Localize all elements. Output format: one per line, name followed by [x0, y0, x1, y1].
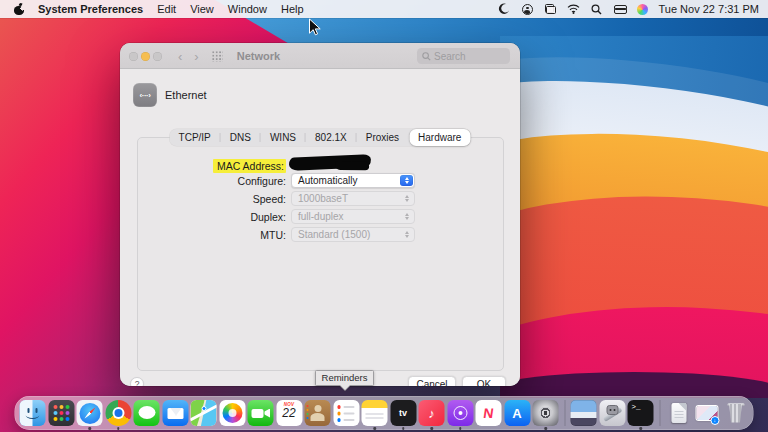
mtu-dropdown: Standard (1500)	[291, 227, 415, 242]
dock-divider	[564, 400, 565, 426]
hardware-sheet: ‹···› Ethernet TCP/IP DNS WINS 802.1X Pr…	[120, 69, 520, 386]
search-icon	[422, 52, 431, 61]
dock-item-finder[interactable]	[20, 400, 46, 426]
menu-bar: System Preferences Edit View Window Help…	[0, 0, 768, 18]
dock-item-chrome[interactable]	[105, 400, 131, 426]
speed-dropdown: 1000baseT	[291, 191, 415, 206]
tab-proxies[interactable]: Proxies	[357, 129, 408, 146]
dock-item-automator[interactable]	[599, 400, 625, 426]
dock-item-messages[interactable]	[134, 400, 160, 426]
speed-row: Speed: 1000baseT	[138, 191, 415, 206]
dock-item-screenshot-file[interactable]: ↓	[694, 400, 720, 426]
displays-icon[interactable]	[544, 3, 557, 16]
mtu-label: MTU:	[138, 229, 291, 241]
help-button[interactable]: ?	[130, 377, 144, 386]
mtu-value: Standard (1500)	[298, 229, 370, 240]
minimize-button[interactable]	[141, 52, 150, 61]
dock-item-trash[interactable]	[723, 400, 749, 426]
duplex-row: Duplex: full-duplex	[138, 209, 415, 224]
do-not-disturb-icon[interactable]	[498, 3, 511, 16]
mac-address-row: MAC Address:	[138, 158, 291, 173]
stepper-icon	[400, 211, 413, 222]
dock-item-terminal[interactable]: >_	[628, 400, 654, 426]
menu-bar-clock[interactable]: Tue Nov 22 7:31 PM	[659, 3, 759, 15]
window-title: Network	[237, 50, 280, 62]
back-icon[interactable]: ‹	[178, 50, 182, 63]
dock-item-reminders[interactable]	[333, 400, 359, 426]
apple-menu-icon[interactable]	[14, 4, 24, 15]
menu-view[interactable]: View	[190, 3, 214, 15]
configure-dropdown[interactable]: Automatically	[291, 173, 415, 188]
ethernet-icon: ‹···›	[133, 83, 157, 107]
wallpaper-band	[500, 372, 768, 398]
stepper-icon	[400, 175, 413, 186]
tab-dns[interactable]: DNS	[221, 129, 260, 146]
menu-edit[interactable]: Edit	[157, 3, 176, 15]
speed-value: 1000baseT	[298, 193, 348, 204]
reminders-tooltip: Reminders	[315, 370, 374, 386]
mac-address-redaction	[289, 154, 371, 171]
dock-item-facetime[interactable]	[248, 400, 274, 426]
menu-window[interactable]: Window	[228, 3, 267, 15]
search-input[interactable]: Search	[417, 48, 510, 64]
dock-item-maps[interactable]	[191, 400, 217, 426]
dock-item-app-store[interactable]: A	[504, 400, 530, 426]
dock-item-safari[interactable]	[77, 400, 103, 426]
stepper-icon	[400, 193, 413, 204]
tab-hardware[interactable]: Hardware	[409, 129, 470, 146]
duplex-label: Duplex:	[138, 211, 291, 223]
configure-row: Configure: Automatically	[138, 173, 415, 188]
search-placeholder: Search	[434, 51, 466, 62]
network-preferences-window: ‹ › Network Search ‹···› Ethernet TCP/IP…	[120, 43, 520, 386]
show-all-grid-icon[interactable]	[211, 50, 223, 62]
dock-item-launchpad[interactable]	[48, 400, 74, 426]
tab-bar: TCP/IP DNS WINS 802.1X Proxies Hardware	[170, 129, 471, 146]
ok-button[interactable]: OK	[462, 376, 506, 386]
dock-item-tv[interactable]: tv	[390, 400, 416, 426]
dock-item-calendar[interactable]: NOV22	[276, 400, 302, 426]
dock-item-document-file[interactable]	[666, 400, 692, 426]
cancel-button[interactable]: Cancel	[408, 376, 456, 386]
dock-item-system-preferences[interactable]	[533, 400, 559, 426]
siri-icon[interactable]	[636, 3, 649, 16]
wifi-icon[interactable]	[567, 3, 580, 16]
dock-item-photos[interactable]	[219, 400, 245, 426]
dock-item-mail[interactable]	[162, 400, 188, 426]
tab-8021x[interactable]: 802.1X	[306, 129, 356, 146]
dock-item-music[interactable]: ♪	[419, 400, 445, 426]
speed-label: Speed:	[138, 193, 291, 205]
dock: NOV22 tv ♪ N A >_ ↓	[15, 396, 754, 430]
menu-help[interactable]: Help	[281, 3, 304, 15]
zoom-button[interactable]	[153, 52, 162, 61]
dock-item-contacts[interactable]	[305, 400, 331, 426]
dock-item-news[interactable]: N	[476, 400, 502, 426]
spotlight-icon[interactable]	[590, 3, 603, 16]
tab-wins[interactable]: WINS	[261, 129, 305, 146]
configure-label: Configure:	[138, 175, 291, 187]
dock-divider	[659, 400, 660, 426]
control-center-icon[interactable]	[613, 3, 626, 16]
close-button[interactable]	[129, 52, 138, 61]
dock-item-notes[interactable]	[362, 400, 388, 426]
menu-app-name[interactable]: System Preferences	[38, 3, 143, 15]
mouse-cursor	[308, 18, 321, 41]
duplex-value: full-duplex	[298, 211, 344, 222]
dock-item-podcasts[interactable]	[447, 400, 473, 426]
configure-value: Automatically	[298, 175, 357, 186]
user-account-icon[interactable]	[521, 3, 534, 16]
wallpaper-right-waves	[500, 36, 768, 398]
hardware-panel: MAC Address: Configure: Automatically Sp…	[137, 137, 504, 371]
forward-icon[interactable]: ›	[194, 50, 198, 63]
device-name: Ethernet	[165, 89, 207, 101]
window-title-bar[interactable]: ‹ › Network Search	[120, 43, 520, 69]
mac-address-label: MAC Address:	[213, 159, 286, 173]
tab-tcpip[interactable]: TCP/IP	[170, 129, 220, 146]
duplex-dropdown: full-duplex	[291, 209, 415, 224]
dock-item-minimized-window[interactable]	[571, 400, 597, 426]
stepper-icon	[400, 229, 413, 240]
mtu-row: MTU: Standard (1500)	[138, 227, 415, 242]
